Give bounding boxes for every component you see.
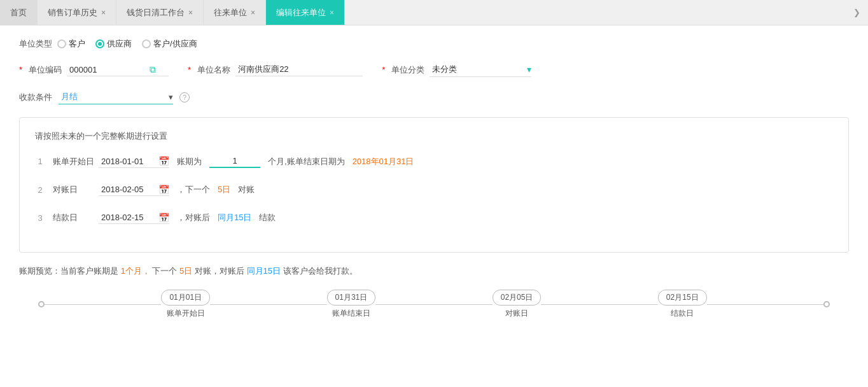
unit-info-row: * 单位编码 ⧉ * 单位名称 * 单位分类 未分类 ▾: [19, 62, 849, 77]
radio-group: 客户 供应商 客户/供应商: [57, 38, 197, 50]
tab-bar: 首页 销售订单历史 × 钱货日清工作台 × 往来单位 × 编辑往来单位 × ❯: [0, 0, 868, 25]
settlement-date-calendar-icon[interactable]: 📅: [158, 213, 169, 223]
tab-home[interactable]: 首页: [0, 0, 38, 25]
unit-category-select[interactable]: 未分类 ▾: [430, 62, 531, 77]
unit-code-star: *: [19, 65, 22, 74]
radio-customer-supplier[interactable]: 客户/供应商: [142, 38, 197, 50]
timeline-bubble-4: 02月15日: [658, 290, 707, 306]
settings-title: 请按照未来的一个完整帐期进行设置: [35, 130, 833, 142]
timeline-node-2: 01月31日 账单结束日: [327, 290, 376, 319]
reconcile-date-calendar-icon[interactable]: 📅: [158, 185, 169, 195]
unit-category-dropdown-icon[interactable]: ▾: [527, 64, 531, 74]
period-desc-suffix: 个月,账单结束日期为: [268, 156, 345, 167]
timeline-line-1: [45, 304, 161, 305]
radio-customer-label: 客户: [69, 38, 85, 50]
main-content: 单位类型 客户 供应商 客户/供应商 * 单位编码: [0, 25, 868, 387]
row-label-2: 对账日: [53, 184, 91, 195]
settlement-date-input[interactable]: [99, 211, 156, 223]
start-date-calendar-icon[interactable]: 📅: [158, 156, 169, 166]
period-desc-prefix: 账期为: [177, 156, 202, 167]
tab-sales-history[interactable]: 销售订单历史 ×: [38, 0, 116, 25]
timeline-line-4: [541, 304, 657, 305]
unit-type-label: 单位类型: [19, 38, 52, 50]
timeline-left-dot: [38, 301, 45, 307]
unit-name-input[interactable]: [235, 64, 363, 76]
preview-section: 账期预览：当前客户账期是 1个月， 下一个 5日 对账，对账后 同月15日 该客…: [19, 265, 849, 319]
timeline-node-3: 02月05日 对账日: [493, 290, 542, 319]
reconcile-date-input[interactable]: [99, 183, 156, 195]
timeline-node-1: 01月01日 账单开始日: [161, 290, 210, 319]
timeline-line-5: [707, 304, 823, 305]
tab-expand-icon[interactable]: ❯: [846, 0, 868, 25]
close-tab-edit-partner[interactable]: ×: [330, 8, 334, 17]
tab-edit-partner-label: 编辑往来单位: [276, 7, 326, 18]
help-icon[interactable]: ?: [179, 92, 190, 102]
reconcile-day-highlight: 5日: [218, 184, 230, 195]
row-label-3: 结款日: [53, 212, 91, 223]
preview-suffix: 该客户会给我打款。: [283, 266, 358, 276]
unit-type-group: 单位类型 客户 供应商 客户/供应商: [19, 38, 197, 50]
unit-type-row: 单位类型 客户 供应商 客户/供应商: [19, 38, 849, 50]
timeline-line-2: [210, 304, 326, 305]
settlement-desc-prefix: ，对账后: [177, 212, 210, 223]
unit-name-label: 单位名称: [197, 64, 230, 76]
timeline-bubble-1: 01月01日: [161, 290, 210, 306]
copy-icon[interactable]: ⧉: [150, 64, 156, 75]
timeline-node-4: 02月15日 结款日: [658, 290, 707, 319]
unit-category-value: 未分类: [430, 62, 527, 76]
preview-reconcile: 对账，对账后: [195, 266, 244, 276]
row-num-1: 1: [35, 157, 45, 166]
payment-condition-value: 月结: [59, 90, 169, 104]
unit-code-label: 单位编码: [29, 64, 62, 76]
tab-partners[interactable]: 往来单位 ×: [204, 0, 266, 25]
tab-partners-label: 往来单位: [214, 7, 247, 18]
start-date-input[interactable]: [99, 155, 156, 167]
tab-sales-history-label: 销售订单历史: [48, 7, 97, 18]
row-label-1: 账单开始日: [53, 156, 91, 167]
setting-row-2: 2 对账日 📅 ，下一个 5日 对账: [35, 183, 833, 196]
timeline-label-1: 账单开始日: [167, 308, 205, 319]
radio-customer-supplier-circle: [142, 39, 151, 48]
end-date-highlight: 2018年01月31日: [353, 156, 414, 167]
radio-supplier-label: 供应商: [107, 38, 132, 50]
payment-condition-select[interactable]: 月结 ▾: [59, 90, 173, 104]
tab-cashflow-label: 钱货日清工作台: [127, 7, 185, 18]
setting-row-3: 3 结款日 📅 ，对账后 同月15日 结款: [35, 211, 833, 224]
unit-code-group: * 单位编码 ⧉: [19, 64, 169, 76]
timeline-label-2: 账单结束日: [332, 308, 370, 319]
unit-name-star: *: [188, 65, 191, 74]
start-date-input-wrapper: 📅: [99, 155, 169, 168]
payment-condition-label: 收款条件: [19, 92, 52, 103]
timeline-label-3: 对账日: [505, 308, 528, 319]
tab-cashflow[interactable]: 钱货日清工作台 ×: [116, 0, 204, 25]
settlement-day-highlight: 同月15日: [218, 212, 251, 223]
timeline-right-dot: [823, 301, 830, 307]
settings-box: 请按照未来的一个完整帐期进行设置 1 账单开始日 📅 账期为 个月,账单结束日期…: [19, 117, 849, 253]
payment-condition-row: 收款条件 月结 ▾ ?: [19, 90, 849, 104]
timeline-bubble-2: 01月31日: [327, 290, 376, 306]
reconcile-desc-prefix: ，下一个: [177, 184, 210, 195]
radio-customer-circle: [57, 39, 66, 48]
preview-middle: 下一个: [152, 266, 177, 276]
radio-supplier[interactable]: 供应商: [95, 38, 132, 50]
radio-customer-supplier-label: 客户/供应商: [153, 38, 197, 50]
reconcile-desc-suffix: 对账: [238, 184, 255, 195]
close-tab-sales-history[interactable]: ×: [101, 8, 106, 17]
preview-date-orange: 5日: [179, 266, 192, 276]
preview-months: 1个月，: [121, 266, 150, 276]
row-num-2: 2: [35, 185, 45, 195]
radio-customer[interactable]: 客户: [57, 38, 85, 50]
timeline-bubble-3: 02月05日: [493, 290, 542, 306]
timeline: 01月01日 账单开始日 01月31日 账单结束日 02月05日 对账日 02月…: [19, 290, 849, 319]
close-tab-partners[interactable]: ×: [251, 8, 255, 17]
unit-code-input[interactable]: [67, 64, 150, 76]
close-tab-cashflow[interactable]: ×: [188, 8, 193, 17]
payment-dropdown-icon[interactable]: ▾: [169, 92, 173, 102]
tab-edit-partner[interactable]: 编辑往来单位 ×: [266, 0, 345, 25]
unit-category-group: * 单位分类 未分类 ▾: [382, 62, 531, 77]
period-input[interactable]: [209, 155, 260, 168]
radio-supplier-circle: [95, 39, 104, 48]
unit-category-label: 单位分类: [391, 64, 424, 76]
settlement-date-input-wrapper: 📅: [99, 211, 169, 224]
timeline-label-4: 结款日: [671, 308, 694, 319]
